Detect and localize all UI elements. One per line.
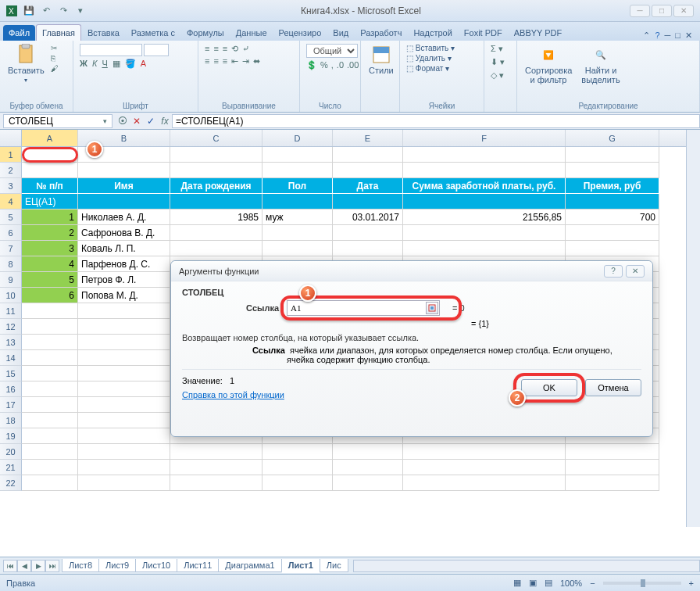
view-normal-icon[interactable]: ▦ — [513, 578, 521, 588]
sheet-nav-last[interactable]: ⏭ — [45, 560, 59, 572]
sheet-tab[interactable]: Диаграмма1 — [218, 559, 281, 572]
cell[interactable] — [22, 366, 78, 381]
cell[interactable] — [262, 147, 333, 163]
cell[interactable]: 21556,85 — [403, 210, 566, 225]
arg-input[interactable] — [287, 300, 440, 316]
tab-file[interactable]: Файл — [3, 25, 35, 41]
copy-icon[interactable]: ⎘ — [51, 54, 59, 63]
cell[interactable] — [566, 225, 659, 241]
cell[interactable] — [78, 335, 170, 350]
percent-icon[interactable]: % — [320, 60, 328, 70]
ok-button[interactable]: OK — [521, 379, 577, 396]
cell[interactable] — [333, 475, 403, 491]
fx-icon[interactable]: fx — [158, 114, 172, 128]
cell[interactable] — [22, 303, 78, 319]
cell[interactable] — [262, 444, 333, 460]
dec-inc-icon[interactable]: .0 — [337, 60, 344, 70]
cell[interactable] — [403, 460, 566, 475]
tab-formulas[interactable]: Формулы — [181, 25, 230, 41]
tab-data[interactable]: Данные — [230, 25, 273, 41]
cell[interactable]: Парфенов Д. С. — [78, 256, 170, 272]
table-header[interactable]: Пол — [262, 178, 333, 194]
row-header[interactable]: 4 — [0, 194, 22, 210]
border-icon[interactable]: ▦ — [112, 59, 120, 69]
sheet-nav-prev[interactable]: ◀ — [17, 560, 31, 572]
row-header[interactable]: 11 — [0, 303, 22, 319]
indent-dec-icon[interactable]: ⇤ — [231, 56, 238, 66]
cell[interactable] — [262, 241, 333, 256]
sheet-tab[interactable]: Лист11 — [177, 559, 219, 572]
row-header[interactable]: 18 — [0, 413, 22, 428]
cell[interactable] — [333, 460, 403, 475]
cell[interactable] — [403, 475, 566, 491]
range-picker-icon[interactable] — [426, 302, 438, 314]
help-icon[interactable]: ? — [655, 30, 659, 41]
table-header[interactable]: № п/п — [22, 178, 78, 194]
row-header[interactable]: 16 — [0, 381, 22, 397]
cell[interactable] — [22, 350, 78, 366]
fill-icon[interactable]: ⬇ ▾ — [491, 57, 505, 67]
zoom-slider[interactable] — [603, 582, 681, 585]
editing-cell[interactable]: ЕЦ(A1) — [22, 194, 78, 210]
cell[interactable] — [78, 303, 170, 319]
row-header[interactable]: 5 — [0, 210, 22, 225]
sheet-nav-next[interactable]: ▶ — [31, 560, 45, 572]
sheet-tab-active[interactable]: Лист1 — [281, 559, 320, 573]
italic-button[interactable]: К — [92, 59, 97, 69]
cell[interactable]: 1985 — [170, 210, 262, 225]
cell[interactable]: Петров Ф. Л. — [78, 272, 170, 288]
cell[interactable] — [262, 475, 333, 491]
qat-more-icon[interactable]: ▾ — [73, 4, 88, 18]
cell[interactable] — [170, 241, 262, 256]
cell[interactable]: 1 — [22, 210, 78, 225]
cell[interactable]: Николаев А. Д. — [78, 210, 170, 225]
cell[interactable] — [78, 319, 170, 335]
cut-icon[interactable]: ✂ — [51, 44, 59, 52]
cell[interactable] — [403, 225, 566, 241]
dialog-help-icon[interactable]: ? — [604, 265, 623, 278]
font-size-select[interactable] — [144, 44, 169, 56]
name-box[interactable]: СТОЛБЕЦ▾ — [3, 114, 112, 128]
cell[interactable] — [333, 194, 403, 210]
col-header-D[interactable]: D — [262, 130, 333, 146]
sort-filter-button[interactable]: 🔽Сортировка и фильтр — [523, 44, 573, 86]
cell[interactable] — [403, 241, 566, 256]
cell[interactable] — [78, 460, 170, 475]
paste-button[interactable]: Вставить ▾ — [6, 44, 46, 85]
formula-input[interactable]: =СТОЛБЕЦ(A1) — [172, 114, 700, 128]
cell[interactable] — [170, 475, 262, 491]
cell[interactable]: 2 — [22, 225, 78, 241]
row-header[interactable]: 9 — [0, 272, 22, 288]
cell[interactable]: Коваль Л. П. — [78, 241, 170, 256]
cell[interactable] — [403, 194, 566, 210]
cell[interactable] — [566, 475, 659, 491]
row-header[interactable]: 22 — [0, 475, 22, 491]
currency-icon[interactable]: 💲 — [306, 60, 317, 70]
bold-button[interactable]: Ж — [80, 59, 88, 69]
orientation-icon[interactable]: ⟲ — [231, 44, 238, 54]
underline-button[interactable]: Ч — [102, 59, 107, 69]
cell[interactable] — [170, 163, 262, 178]
cell[interactable] — [22, 163, 78, 178]
cell[interactable] — [403, 163, 566, 178]
cell[interactable] — [170, 444, 262, 460]
table-header[interactable]: Сумма заработной платы, руб. — [403, 178, 566, 194]
expand-name-icon[interactable]: ⦿ — [116, 114, 130, 128]
cell[interactable] — [566, 147, 659, 163]
accept-formula-icon[interactable]: ✓ — [144, 114, 158, 128]
minimize-button[interactable]: ─ — [630, 5, 650, 17]
row-header[interactable]: 2 — [0, 163, 22, 178]
cell[interactable] — [333, 163, 403, 178]
cell[interactable] — [262, 225, 333, 241]
find-select-button[interactable]: 🔍Найти и выделить — [578, 44, 623, 86]
align-mid-icon[interactable]: ≡ — [213, 44, 218, 54]
row-header[interactable]: 20 — [0, 444, 22, 460]
cell[interactable]: 700 — [566, 210, 659, 225]
zoom-value[interactable]: 100% — [560, 578, 582, 588]
cell[interactable]: 4 — [22, 256, 78, 272]
cell[interactable] — [78, 350, 170, 366]
cell[interactable] — [566, 460, 659, 475]
wrap-text-icon[interactable]: ⤶ — [242, 44, 249, 54]
cell[interactable] — [78, 413, 170, 428]
cell[interactable] — [22, 319, 78, 335]
